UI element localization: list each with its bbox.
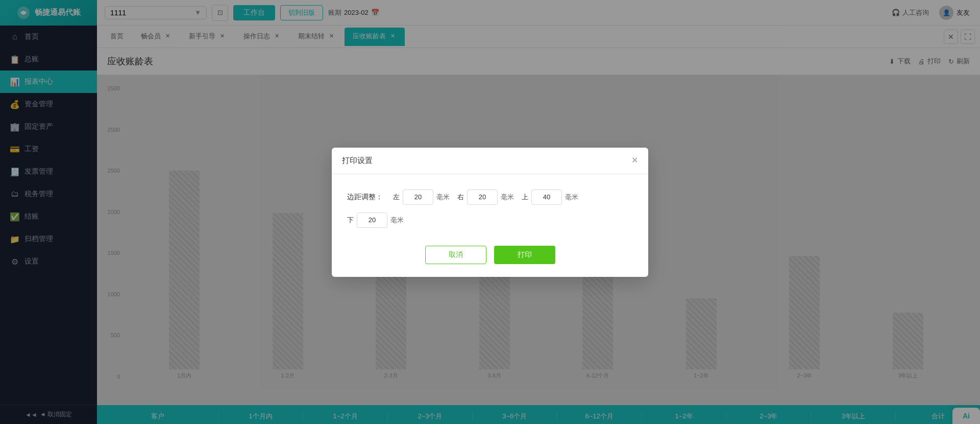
margin-bottom-group: 下 毫米 xyxy=(347,213,404,228)
right-unit: 毫米 xyxy=(501,193,514,202)
margin-left-group: 左 毫米 xyxy=(393,190,450,205)
modal-overlay: 打印设置 ✕ 边距调整： 左 毫米 右 毫米 上 毫米 xyxy=(0,0,980,424)
modal-body: 边距调整： 左 毫米 右 毫米 上 毫米 下 xyxy=(332,174,648,238)
modal-footer: 取消 打印 xyxy=(332,238,648,277)
print-confirm-button[interactable]: 打印 xyxy=(494,246,555,264)
left-unit: 毫米 xyxy=(436,193,450,202)
margin-label: 边距调整： xyxy=(347,193,383,202)
top-direction-label: 上 xyxy=(522,193,528,202)
top-unit: 毫米 xyxy=(565,193,578,202)
left-direction-label: 左 xyxy=(393,193,400,202)
margin-top-group: 上 毫米 xyxy=(522,190,578,205)
left-margin-input[interactable] xyxy=(403,190,433,205)
right-margin-input[interactable] xyxy=(467,190,498,205)
bottom-direction-label: 下 xyxy=(347,216,354,225)
cancel-button[interactable]: 取消 xyxy=(425,246,486,264)
modal-header: 打印设置 ✕ xyxy=(332,148,648,174)
margin-row: 边距调整： 左 毫米 右 毫米 上 毫米 下 xyxy=(347,190,633,228)
modal-title: 打印设置 xyxy=(342,156,373,166)
modal-close-button[interactable]: ✕ xyxy=(631,156,638,164)
bottom-margin-input[interactable] xyxy=(357,213,387,228)
top-margin-input[interactable] xyxy=(531,190,562,205)
bottom-unit: 毫米 xyxy=(390,216,404,225)
right-direction-label: 右 xyxy=(457,193,464,202)
margin-right-group: 右 毫米 xyxy=(457,190,514,205)
print-dialog: 打印设置 ✕ 边距调整： 左 毫米 右 毫米 上 毫米 xyxy=(332,148,648,277)
